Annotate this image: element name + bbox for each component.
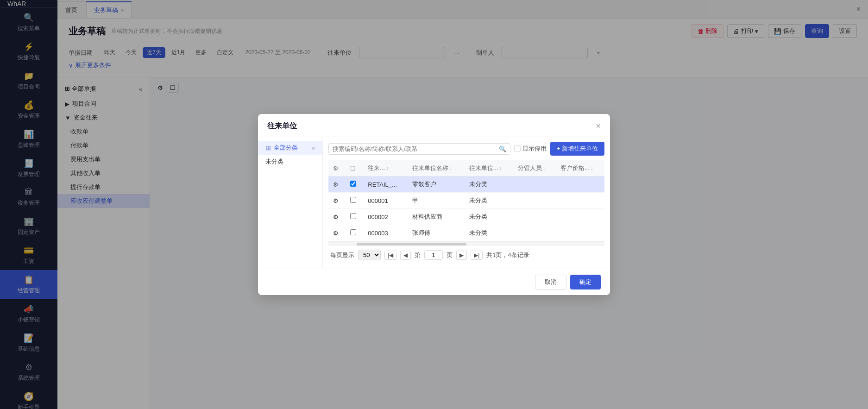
- row-category: 未分类: [465, 209, 513, 225]
- row-settings[interactable]: ⚙: [328, 193, 346, 209]
- row-settings[interactable]: ⚙: [328, 209, 346, 225]
- dialog-right-panel: 🔍 显示停用 + 新增往来单位 ⚙ ☐: [323, 137, 610, 269]
- dialog-title: 往来单位: [267, 121, 297, 131]
- cancel-button[interactable]: 取消: [535, 275, 566, 289]
- row-code: 000002: [363, 209, 408, 225]
- row-code: RETAIL_...: [363, 176, 408, 193]
- dialog-partner: 往来单位 × ⊞ 全部分类 « 未分类: [258, 114, 610, 295]
- dialog-footer: 取消 确定: [258, 269, 610, 295]
- row-category: 未分类: [465, 193, 513, 209]
- row-manager: [513, 209, 556, 225]
- row-code: 000001: [363, 193, 408, 209]
- show-disabled-checkbox[interactable]: [514, 145, 521, 152]
- page-prev-button[interactable]: ◀: [400, 251, 411, 260]
- row-price: [556, 225, 604, 241]
- dialog-search-box: 🔍: [328, 143, 510, 155]
- row-price: [556, 176, 604, 193]
- page-prefix: 第: [415, 251, 421, 259]
- row-manager: [513, 176, 556, 193]
- pagination-row: 每页显示 50 |◀ ◀ 第 页 ▶ ▶| 共1页，4条记录: [328, 246, 604, 264]
- col-code[interactable]: 往来...: [363, 160, 408, 176]
- dialog-table-body: ⚙ RETAIL_... 零散客户 未分类 ⚙: [328, 176, 604, 241]
- row-name: 甲: [408, 193, 465, 209]
- dialog-table-head: ⚙ ☐ 往来... 往来单位名称 往来单位... 分管人员 客户价格...: [328, 160, 604, 176]
- page-number-input[interactable]: [424, 250, 443, 260]
- scroll-thumb: [357, 243, 466, 245]
- cat-all-icon: ⊞: [265, 144, 271, 151]
- cat-unclassified-label: 未分类: [265, 157, 283, 166]
- show-disabled-text: 显示停用: [522, 145, 547, 153]
- dialog-left-panel: ⊞ 全部分类 « 未分类: [258, 137, 323, 269]
- modal-overlay: 往来单位 × ⊞ 全部分类 « 未分类: [0, 0, 868, 409]
- col-name[interactable]: 往来单位名称: [408, 160, 465, 176]
- row-checkbox[interactable]: [346, 176, 363, 193]
- table-row[interactable]: ⚙ 000002 材料供应商 未分类: [328, 209, 604, 225]
- row-price: [556, 209, 604, 225]
- total-records: 共1页，4条记录: [486, 251, 529, 259]
- dialog-toolbar: 🔍 显示停用 + 新增往来单位: [328, 142, 604, 156]
- cat-unclassified[interactable]: 未分类: [258, 155, 322, 169]
- cat-all[interactable]: ⊞ 全部分类 «: [258, 141, 322, 155]
- table-row[interactable]: ⚙ RETAIL_... 零散客户 未分类: [328, 176, 604, 193]
- row-name: 张师傅: [408, 225, 465, 241]
- dialog-header: 往来单位 ×: [258, 114, 610, 137]
- row-settings[interactable]: ⚙: [328, 176, 346, 193]
- per-page-select[interactable]: 50: [358, 250, 381, 260]
- per-page-label: 每页显示: [330, 251, 354, 259]
- row-manager: [513, 225, 556, 241]
- dialog-table-header-row: ⚙ ☐ 往来... 往来单位名称 往来单位... 分管人员 客户价格...: [328, 160, 604, 176]
- row-checkbox[interactable]: [346, 225, 363, 241]
- col-manager[interactable]: 分管人员: [513, 160, 556, 176]
- dialog-close-button[interactable]: ×: [596, 121, 601, 131]
- cat-all-label: 全部分类: [274, 144, 298, 152]
- row-name: 零散客户: [408, 176, 465, 193]
- col-settings[interactable]: ⚙: [328, 160, 346, 176]
- dialog-table: ⚙ ☐ 往来... 往来单位名称 往来单位... 分管人员 客户价格...: [328, 160, 604, 241]
- dialog-table-wrap: ⚙ ☐ 往来... 往来单位名称 往来单位... 分管人员 客户价格...: [328, 160, 604, 241]
- table-row[interactable]: ⚙ 000001 甲 未分类: [328, 193, 604, 209]
- page-first-button[interactable]: |◀: [384, 251, 396, 260]
- row-category: 未分类: [465, 176, 513, 193]
- page-suffix: 页: [447, 251, 453, 259]
- dialog-search-input[interactable]: [333, 145, 496, 152]
- row-category: 未分类: [465, 225, 513, 241]
- col-select[interactable]: ☐: [346, 160, 363, 176]
- show-disabled-label[interactable]: 显示停用: [514, 145, 547, 153]
- col-price[interactable]: 客户价格...: [556, 160, 604, 176]
- row-price: [556, 193, 604, 209]
- add-partner-button[interactable]: + 新增往来单位: [550, 142, 604, 156]
- search-icon: 🔍: [499, 145, 506, 152]
- row-checkbox[interactable]: [346, 193, 363, 209]
- row-settings[interactable]: ⚙: [328, 225, 346, 241]
- row-manager: [513, 193, 556, 209]
- dialog-actions: 取消 确定: [535, 275, 601, 289]
- collapse-left-icon[interactable]: «: [312, 145, 315, 151]
- col-category[interactable]: 往来单位...: [465, 160, 513, 176]
- dialog-body: ⊞ 全部分类 « 未分类 🔍 显示停用: [258, 137, 610, 269]
- table-row[interactable]: ⚙ 000003 张师傅 未分类: [328, 225, 604, 241]
- row-code: 000003: [363, 225, 408, 241]
- row-name: 材料供应商: [408, 209, 465, 225]
- horizontal-scrollbar[interactable]: [328, 241, 604, 246]
- page-next-button[interactable]: ▶: [456, 251, 467, 260]
- confirm-button[interactable]: 确定: [570, 275, 601, 289]
- page-last-button[interactable]: ▶|: [471, 251, 483, 260]
- row-checkbox[interactable]: [346, 209, 363, 225]
